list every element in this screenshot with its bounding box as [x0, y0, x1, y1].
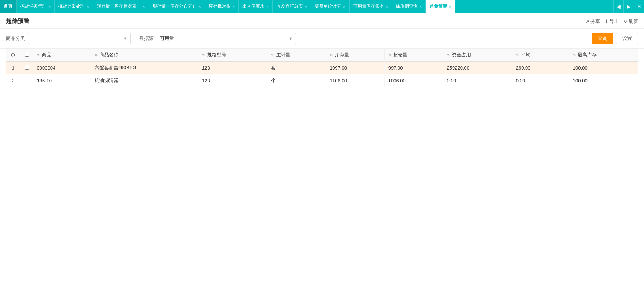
tab-close-icon[interactable]: ×: [143, 4, 145, 9]
page-header: 超储预警 ↗ 分享 ⤓ 导出 ↻ 刷新: [0, 13, 644, 29]
chevron-down-icon: ▼: [289, 36, 293, 41]
row-checkbox[interactable]: [25, 78, 29, 82]
gear-icon[interactable]: ⚙: [11, 52, 15, 58]
col-unit-header[interactable]: ⇅ 主计量: [267, 49, 326, 62]
tab-label: 可用量库存账本: [353, 3, 384, 10]
table-header: ⚙ ⇅ 商品... ⇅ 商品名称 ⇅ 规格型号: [6, 49, 638, 62]
sort-icon: ⇅: [330, 53, 333, 57]
tab-label: 要货单统计表: [315, 3, 341, 10]
row-overstock: 1006.00: [384, 74, 443, 87]
nav-tab-kucun-pici[interactable]: 库存批次账 ×: [205, 0, 239, 13]
filter-area: 商品分类 ▼ 数据源 可用量 ▼ 查询 设置: [0, 29, 644, 49]
sort-icon: ⇅: [37, 53, 40, 57]
query-button[interactable]: 查询: [592, 33, 613, 44]
top-navigation: 首页 拣货任务管理 × 拣货异常处理 × 现存量（库存状况表） × 现存量（库存…: [0, 0, 644, 13]
nav-tab-jianhuo[interactable]: 拣货任务管理 ×: [17, 0, 55, 13]
nav-arrow-left[interactable]: ◀: [613, 0, 623, 13]
row-index: 1: [6, 62, 21, 74]
datasource-label: 数据源: [139, 35, 154, 42]
table-body: 1 0000004 六配套新昌490BPG 123 套 1097.00 997.…: [6, 62, 638, 87]
row-stock: 1097.00: [326, 62, 384, 74]
nav-arrow-right[interactable]: ▶: [623, 0, 634, 13]
datasource-filter: 数据源 可用量 ▼: [139, 33, 296, 44]
row-capital: 259220.00: [443, 62, 512, 74]
page-actions: ↗ 分享 ⤓ 导出 ↻ 刷新: [585, 18, 638, 25]
sort-icon: ⇅: [447, 53, 450, 57]
category-select[interactable]: ▼: [28, 33, 131, 44]
nav-tab-xiancunliang1[interactable]: 现存量（库存状况表） ×: [93, 0, 149, 13]
nav-tab-churu-liushui[interactable]: 出入库流水 ×: [239, 0, 272, 13]
nav-home[interactable]: 首页: [0, 0, 17, 13]
table-row: 1 0000004 六配套新昌490BPG 123 套 1097.00 997.…: [6, 62, 638, 74]
tab-label: 超储预警: [429, 3, 447, 10]
nav-arrow-close[interactable]: ✕: [634, 0, 644, 13]
row-max-stock: 100.00: [569, 62, 638, 74]
nav-tab-shoufacun[interactable]: 收发存汇总表 ×: [273, 0, 311, 13]
tab-close-icon[interactable]: ×: [449, 4, 451, 9]
tab-close-icon[interactable]: ×: [386, 4, 388, 9]
col-product-name-header[interactable]: ⇅ 商品名称: [91, 49, 198, 62]
datasource-select-value: 可用量: [160, 35, 174, 42]
nav-tab-jianhuo-yichang[interactable]: 拣货异常处理 ×: [55, 0, 93, 13]
tab-label: 拣货异常处理: [58, 3, 85, 10]
tab-close-icon[interactable]: ×: [87, 4, 89, 9]
share-button[interactable]: ↗ 分享: [585, 18, 600, 25]
datasource-select[interactable]: 可用量 ▼: [157, 33, 296, 44]
tab-close-icon[interactable]: ×: [420, 4, 422, 9]
nav-tab-baozhiqi[interactable]: 保质期查询 ×: [392, 0, 426, 13]
row-unit: 套: [267, 62, 326, 74]
col-product-code-header[interactable]: ⇅ 商品...: [33, 49, 91, 62]
row-avg: 0.00: [512, 74, 569, 87]
tab-close-icon[interactable]: ×: [305, 4, 307, 9]
row-avg: 260.00: [512, 62, 569, 74]
tab-label: 现存量（库存状况表）: [97, 3, 141, 10]
sort-icon: ⇅: [388, 53, 391, 57]
category-label: 商品分类: [6, 35, 25, 42]
tab-label: 收发存汇总表: [277, 3, 303, 10]
tab-close-icon[interactable]: ×: [266, 4, 268, 9]
nav-tab-keyongliang[interactable]: 可用量库存账本 ×: [350, 0, 392, 13]
row-unit: 个: [267, 74, 326, 87]
tab-close-icon[interactable]: ×: [48, 4, 51, 9]
col-spec-header[interactable]: ⇅ 规格型号: [198, 49, 267, 62]
row-product-name: 六配套新昌490BPG: [91, 62, 198, 74]
nav-arrows-container: ◀ ▶ ✕: [613, 0, 644, 13]
select-all-checkbox[interactable]: [25, 52, 29, 57]
tab-close-icon[interactable]: ×: [233, 4, 235, 9]
refresh-button[interactable]: ↻ 刷新: [623, 18, 638, 25]
tab-close-icon[interactable]: ×: [198, 4, 201, 9]
settings-button[interactable]: 设置: [616, 33, 638, 44]
col-overstock-header[interactable]: ⇅ 超储量: [384, 49, 443, 62]
filter-buttons: 查询 设置: [592, 33, 638, 44]
col-checkbox-header[interactable]: [21, 49, 33, 62]
row-index: 2: [6, 74, 21, 87]
nav-tab-xiancunliang2[interactable]: 现存量（库存分布表） ×: [149, 0, 205, 13]
col-gear-header[interactable]: ⚙: [6, 49, 21, 62]
sort-icon: ⇅: [202, 53, 205, 57]
col-avg-header[interactable]: ⇅ 平均...: [512, 49, 569, 62]
sort-icon: ⇅: [516, 53, 519, 57]
row-max-stock: 100.00: [569, 74, 638, 87]
sort-icon: ⇅: [95, 53, 98, 57]
category-filter: 商品分类 ▼: [6, 33, 131, 44]
export-icon: ⤓: [604, 19, 608, 24]
chevron-down-icon: ▼: [123, 36, 127, 41]
page-title: 超储预警: [6, 18, 29, 25]
col-stock-header[interactable]: ⇅ 库存量: [326, 49, 384, 62]
row-checkbox-cell[interactable]: [21, 62, 33, 74]
col-capital-header[interactable]: ⇅ 资金占用: [443, 49, 512, 62]
export-button[interactable]: ⤓ 导出: [604, 18, 619, 25]
nav-tab-yaohuo[interactable]: 要货单统计表 ×: [311, 0, 349, 13]
tab-label: 拣货任务管理: [20, 3, 47, 10]
row-checkbox[interactable]: [25, 65, 29, 70]
row-capital: 0.00: [443, 74, 512, 87]
tab-label: 出入库流水: [242, 3, 264, 10]
nav-tab-chaochuyujing[interactable]: 超储预警 ×: [426, 0, 455, 13]
tab-label: 现存量（库存分布表）: [153, 3, 197, 10]
row-spec: 123: [198, 74, 267, 87]
home-label: 首页: [4, 3, 12, 10]
row-stock: 1106.00: [326, 74, 384, 87]
col-max-stock-header[interactable]: ⇅ 最高库存: [569, 49, 638, 62]
tab-close-icon[interactable]: ×: [343, 4, 345, 9]
row-checkbox-cell[interactable]: [21, 74, 33, 87]
